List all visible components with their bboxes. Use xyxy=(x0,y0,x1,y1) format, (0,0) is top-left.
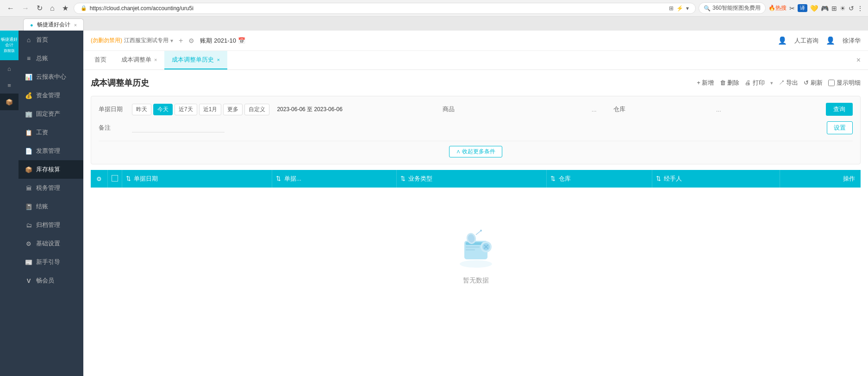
nav-label-settings: 基础设置 xyxy=(36,239,60,248)
th-handler[interactable]: ⇅ 经手人 xyxy=(652,170,780,188)
th-biz-type[interactable]: ⇅ 业务类型 xyxy=(396,170,547,188)
query-button[interactable]: 查询 xyxy=(826,103,853,116)
archive-icon: 🗂 xyxy=(25,222,32,229)
print-dropdown-icon[interactable]: ▾ xyxy=(770,80,773,86)
export-button[interactable]: ↗ 导出 xyxy=(779,79,799,87)
th-number[interactable]: ⇅ 单据... xyxy=(272,170,396,188)
collapse-button[interactable]: ∧ 收起更多条件 xyxy=(449,146,502,157)
tab-cost-adjust-history-close[interactable]: × xyxy=(217,57,219,63)
nav-label-funds: 资金管理 xyxy=(36,91,60,100)
nav-item-settings[interactable]: ⚙ 基础设置 xyxy=(19,234,83,253)
settings-gear-icon[interactable]: ⚙ xyxy=(188,37,194,44)
nav-item-ledger[interactable]: ≡ 总账 xyxy=(19,49,83,68)
nav-item-reports[interactable]: 📊 云报表中心 xyxy=(19,68,83,86)
show-columns-checkbox[interactable]: 显示明细 xyxy=(828,79,861,87)
today-btn[interactable]: 今天 xyxy=(153,104,173,115)
last-month-btn[interactable]: 近1月 xyxy=(199,104,222,115)
th-date[interactable]: ⇅ 单据日期 xyxy=(122,170,272,188)
windows-icon[interactable]: ⊞ xyxy=(831,5,837,12)
sidebar-icon-1[interactable]: ⌂ xyxy=(0,60,19,77)
brightness-icon[interactable]: ☀ xyxy=(840,5,846,12)
forward-button[interactable]: → xyxy=(19,3,31,13)
coin-icon[interactable]: 💛 xyxy=(810,5,818,12)
custom-btn[interactable]: 自定义 xyxy=(244,104,269,115)
nav-item-member[interactable]: V 畅会员 xyxy=(19,271,83,290)
svg-rect-4 xyxy=(466,249,475,251)
customer-service[interactable]: 人工咨询 xyxy=(794,37,818,45)
nav-label-closing: 结账 xyxy=(36,202,48,211)
sidebar-icon-active[interactable]: 📦 xyxy=(0,94,19,110)
nav-item-closing[interactable]: 📓 结账 xyxy=(19,197,83,216)
nav-item-fixed[interactable]: 🏢 固定资产 xyxy=(19,105,83,123)
undo-icon[interactable]: ↺ xyxy=(849,5,854,12)
nav-item-tax[interactable]: 🏛 税务管理 xyxy=(19,179,83,197)
nav-label-inventory: 库存核算 xyxy=(36,165,60,174)
tab-home[interactable]: 首页 xyxy=(87,51,114,69)
th-number-label: 单据... xyxy=(284,175,301,182)
home-button[interactable]: ⌂ xyxy=(48,3,57,13)
tab-cost-adjust-history[interactable]: 成本调整单历史 × xyxy=(164,51,227,69)
calendar-icon[interactable]: 📅 xyxy=(238,37,245,44)
select-all-checkbox[interactable] xyxy=(112,175,118,182)
back-button[interactable]: ← xyxy=(5,3,17,13)
setting-button[interactable]: 设置 xyxy=(827,121,853,134)
more-menu-icon[interactable]: ⋮ xyxy=(857,5,863,12)
nav-item-archive[interactable]: 🗂 归档管理 xyxy=(19,216,83,234)
data-table: ⚙ ⇅ 单据日期 ⇅ 单据... xyxy=(91,170,861,188)
collapse-section: ∧ 收起更多条件 xyxy=(99,141,853,157)
note-input[interactable] xyxy=(132,123,225,132)
user-avatar-icon: 👤 xyxy=(826,36,835,45)
tab-cost-adjust-close[interactable]: × xyxy=(154,57,157,63)
global-close-btn[interactable]: × xyxy=(849,56,868,64)
scissors-icon[interactable]: ✂ xyxy=(789,5,795,12)
url-text: https://cloud.chanjet.com/accounting/uru… xyxy=(90,5,666,12)
last7-btn[interactable]: 近7天 xyxy=(175,104,197,115)
warehouse-dots[interactable]: ... xyxy=(716,106,721,113)
nav-label-invoice: 发票管理 xyxy=(36,147,60,155)
reload-button[interactable]: ↻ xyxy=(34,3,45,13)
th-warehouse[interactable]: ⇅ 仓库 xyxy=(547,170,652,188)
company-selector[interactable]: (勿删勿禁用) 江西服宝测试专用 ▾ xyxy=(91,37,173,44)
search-icon: 🔍 xyxy=(704,5,711,12)
tab-cost-adjust[interactable]: 成本调整单 × xyxy=(114,51,164,69)
th-settings[interactable]: ⚙ xyxy=(91,170,107,188)
date-filter-label: 单据日期 xyxy=(99,105,125,113)
secure-icon: 🔒 xyxy=(81,5,87,11)
period-label: 账期 xyxy=(200,37,212,45)
tab-close-icon[interactable]: × xyxy=(74,22,77,28)
th-biz-label: 业务类型 xyxy=(408,175,432,182)
game-icon[interactable]: 🎮 xyxy=(821,5,829,12)
nav-item-funds[interactable]: 💰 资金管理 xyxy=(19,86,83,105)
print-button[interactable]: 🖨 打印 xyxy=(745,79,765,87)
nav-item-payroll[interactable]: 📋 工资 xyxy=(19,123,83,142)
nav-item-guide[interactable]: 📰 新手引导 xyxy=(19,253,83,271)
sidebar-icon-2[interactable]: ≡ xyxy=(0,77,19,94)
show-columns-input[interactable] xyxy=(828,80,835,86)
username: 徐泽华 xyxy=(843,37,861,45)
refresh-button[interactable]: ↺ 刷新 xyxy=(804,79,823,87)
nav-item-inventory[interactable]: 📦 库存核算 xyxy=(19,160,83,179)
address-bar[interactable]: 🔒 https://cloud.chanjet.com/accounting/u… xyxy=(74,3,696,14)
delete-button[interactable]: 🗑 删除 xyxy=(720,79,740,87)
nav-item-home[interactable]: ⌂ 首页 xyxy=(19,31,83,49)
home-icon: ⌂ xyxy=(25,36,32,44)
add-company-icon[interactable]: + xyxy=(179,37,183,45)
nav-label-payroll: 工资 xyxy=(36,128,48,137)
settings-gear-th-icon[interactable]: ⚙ xyxy=(96,175,102,182)
goods-dots[interactable]: ... xyxy=(592,106,597,113)
search-box[interactable]: 🔍 360智能抠图免费用 xyxy=(699,2,766,14)
hot-search[interactable]: 🔥热搜 xyxy=(768,4,787,12)
th-check[interactable] xyxy=(107,170,122,188)
browser-tab-app[interactable]: ● 畅捷通好会计 × xyxy=(23,19,84,31)
filter-row-2: 备注 设置 xyxy=(99,121,853,134)
nav-item-invoice[interactable]: 📄 发票管理 xyxy=(19,142,83,160)
company-warning: (勿删勿禁用) xyxy=(91,37,122,44)
more-btn[interactable]: 更多 xyxy=(223,104,243,115)
th-warehouse-label: 仓库 xyxy=(559,175,571,182)
star-button[interactable]: ★ xyxy=(60,3,71,13)
payroll-icon: 📋 xyxy=(25,129,32,136)
add-button[interactable]: + 新增 xyxy=(697,79,714,87)
yesterday-btn[interactable]: 昨天 xyxy=(132,104,151,115)
translate-btn[interactable]: 译 xyxy=(798,4,807,12)
nav-label-fixed: 固定资产 xyxy=(36,110,60,118)
